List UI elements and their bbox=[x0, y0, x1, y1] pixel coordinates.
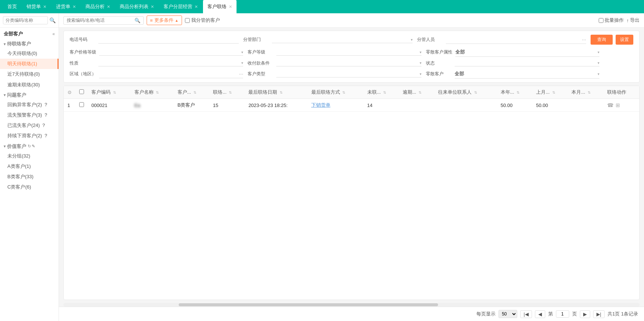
col-this-month-sort[interactable]: ⇅ bbox=[588, 90, 591, 94]
sidebar-item-repurchase-abnormal[interactable]: 回购异常客户(2) ？ bbox=[0, 100, 59, 110]
sidebar-value-edit[interactable]: ✎ bbox=[32, 144, 35, 149]
sidebar-search-input[interactable] bbox=[3, 16, 48, 24]
filter-retail-attr-select[interactable]: 全部▾ bbox=[455, 48, 599, 57]
page-number-input[interactable] bbox=[556, 310, 569, 318]
nav-customer-contact[interactable]: 客户联络 ✕ bbox=[203, 0, 237, 13]
filter-dept-select[interactable]: ▾ bbox=[272, 37, 412, 43]
batch-check[interactable] bbox=[599, 18, 603, 23]
sidebar-collapse-btn[interactable]: « bbox=[52, 31, 55, 37]
toolbar-search-input[interactable] bbox=[67, 18, 133, 23]
filter-price-level: 客户价格等级 ▾ bbox=[70, 49, 243, 56]
filter-person-select[interactable]: ··· bbox=[446, 35, 586, 44]
nav-goods-analysis-close[interactable]: ✕ bbox=[107, 4, 110, 9]
filter-phone-input[interactable] bbox=[98, 36, 239, 44]
filter-customer-type-select[interactable]: ▾ bbox=[276, 71, 421, 77]
col-code-sort[interactable]: ⇅ bbox=[113, 90, 116, 94]
col-name-sort[interactable]: ⇅ bbox=[156, 90, 159, 94]
filter-more-conditions-btn[interactable]: ≡ 更多条件 ▲ bbox=[147, 15, 182, 25]
page-unit: 页 bbox=[572, 311, 577, 317]
sidebar-item-overdue[interactable]: 逾期未联络(30) bbox=[0, 80, 59, 90]
my-customers-check[interactable] bbox=[185, 18, 190, 23]
nav-home[interactable]: 首页 bbox=[3, 0, 21, 13]
row-action-icons: ☎ ⊞ bbox=[607, 102, 636, 108]
my-customers-checkbox[interactable]: 我分管的客户 bbox=[185, 17, 220, 24]
sidebar-item-declining[interactable]: 持续下滑客户(2) ？ bbox=[0, 131, 59, 141]
query-button[interactable]: 查询 bbox=[591, 35, 613, 45]
row-action-phone[interactable]: ☎ bbox=[607, 102, 613, 108]
col-overdue-sort[interactable]: ⇅ bbox=[419, 90, 421, 94]
sidebar-value-refresh[interactable]: ↻ bbox=[28, 144, 31, 149]
sidebar-item-ungrouped[interactable]: 未分组(32) bbox=[0, 151, 59, 161]
select-all-checkbox[interactable] bbox=[79, 89, 84, 94]
scrollbar-thumb[interactable] bbox=[179, 303, 438, 306]
nav-customer-tier-close[interactable]: ✕ bbox=[195, 4, 198, 9]
row-checkbox[interactable] bbox=[79, 102, 84, 107]
page-size-label: 每页显示 bbox=[476, 311, 496, 317]
row-actions: ☎ ⊞ bbox=[603, 99, 639, 112]
col-unlinkd-sort[interactable]: ⇅ bbox=[383, 90, 386, 94]
settings-button[interactable]: 设置 bbox=[616, 35, 633, 45]
col-action-header: 联络动作 bbox=[603, 86, 639, 99]
col-last-date-sort[interactable]: ⇅ bbox=[280, 90, 283, 94]
row-action-grid[interactable]: ⊞ bbox=[616, 102, 620, 108]
col-last-month-sort[interactable]: ⇅ bbox=[552, 90, 555, 94]
filter-person-dots[interactable]: ··· bbox=[582, 37, 586, 42]
export-btn[interactable]: ↑ 导出 bbox=[627, 17, 640, 24]
row-check[interactable] bbox=[76, 99, 88, 112]
col-last-method-sort[interactable]: ⇅ bbox=[342, 90, 345, 94]
filter-nature-select[interactable]: ▾ bbox=[98, 60, 243, 66]
nav-customer-contact-close[interactable]: ✕ bbox=[229, 4, 232, 9]
next-page-btn[interactable]: ▶ bbox=[580, 310, 590, 318]
col-contact-person-sort[interactable]: ⇅ bbox=[474, 90, 477, 94]
sidebar-item-tomorrow[interactable]: 明天待联络(1) bbox=[0, 59, 59, 69]
filter-retail-customer-label: 零散客户 bbox=[426, 71, 452, 77]
horizontal-scrollbar[interactable] bbox=[63, 303, 640, 307]
batch-operations-btn[interactable]: 批量操作 bbox=[599, 17, 624, 24]
col-type-sort[interactable]: ⇅ bbox=[193, 90, 196, 94]
prev-page-btn[interactable]: ◀ bbox=[535, 310, 545, 318]
nav-purchase-close[interactable]: ✕ bbox=[73, 4, 76, 9]
nav-sales[interactable]: 销货单 ✕ bbox=[22, 0, 51, 13]
filter-region-select[interactable]: ··· bbox=[99, 70, 243, 78]
filter-retail-customer-select[interactable]: 全部▾ bbox=[455, 69, 599, 79]
sidebar-item-type-b[interactable]: B类客户(33) bbox=[0, 172, 59, 182]
sidebar-all-customers[interactable]: 全部客户 « bbox=[0, 28, 59, 39]
page-size-select[interactable]: 50 100 200 bbox=[498, 310, 517, 318]
first-page-btn[interactable]: |◀ bbox=[520, 310, 532, 318]
sidebar-item-type-a[interactable]: A类客户(1) bbox=[0, 161, 59, 172]
sidebar-item-today[interactable]: 今天待联络(0) bbox=[0, 48, 59, 59]
table-settings-icon[interactable]: ⚙ bbox=[67, 90, 72, 95]
toolbar-search-icon[interactable]: 🔍 bbox=[134, 18, 140, 23]
sidebar-item-type-c[interactable]: C类客户(6) bbox=[0, 182, 59, 192]
row-unlinkd: 14 bbox=[364, 99, 399, 112]
row-last-method-link[interactable]: 下销货单 bbox=[311, 102, 330, 108]
filter-price-level-select[interactable]: ▾ bbox=[99, 49, 243, 56]
filter-dept-label: 分管部门 bbox=[243, 37, 269, 43]
col-last-date-header: 最后联络日期 ⇅ bbox=[245, 86, 307, 99]
data-table-container: ⚙ 客户编码 ⇅ 客户名称 ⇅ bbox=[63, 86, 640, 300]
filter-retail-attr: 零散客户属性 全部▾ bbox=[426, 48, 599, 57]
col-this-year-sort[interactable]: ⇅ bbox=[517, 90, 519, 94]
nav-goods-analysis-list[interactable]: 商品分析列表 ✕ bbox=[115, 0, 158, 13]
sidebar-search-icon[interactable]: 🔍 bbox=[49, 17, 56, 23]
row-last-method[interactable]: 下销货单 bbox=[308, 99, 364, 112]
nav-goods-analysis[interactable]: 商品分析 ✕ bbox=[81, 0, 115, 13]
sidebar-item-loss-warning[interactable]: 流失预警客户(3) ？ bbox=[0, 110, 59, 120]
nav-goods-analysis-list-close[interactable]: ✕ bbox=[151, 4, 154, 9]
col-check-header[interactable] bbox=[76, 86, 88, 99]
sidebar-item-lost[interactable]: 已流失客户(24) ？ bbox=[0, 120, 59, 131]
last-page-btn[interactable]: ▶| bbox=[593, 310, 605, 318]
filter-payment-select[interactable]: ▾ bbox=[276, 60, 421, 66]
nav-sales-close[interactable]: ✕ bbox=[43, 4, 46, 9]
filter-region-dots[interactable]: ··· bbox=[239, 71, 244, 77]
sidebar-item-week[interactable]: 近7天待联络(0) bbox=[0, 69, 59, 79]
filter-customer-level-select[interactable]: ▾ bbox=[276, 49, 421, 56]
toolbar-search-box: 🔍 bbox=[63, 16, 144, 25]
export-icon: ↑ bbox=[627, 18, 629, 23]
row-this-year: 50.00 bbox=[497, 99, 532, 112]
col-settings-header[interactable]: ⚙ bbox=[64, 86, 76, 99]
nav-purchase[interactable]: 进货单 ✕ bbox=[52, 0, 80, 13]
filter-status-select[interactable]: ▾ bbox=[455, 60, 599, 66]
col-contact-sort[interactable]: ⇅ bbox=[229, 90, 232, 94]
nav-customer-tier[interactable]: 客户分层经营 ✕ bbox=[159, 0, 202, 13]
